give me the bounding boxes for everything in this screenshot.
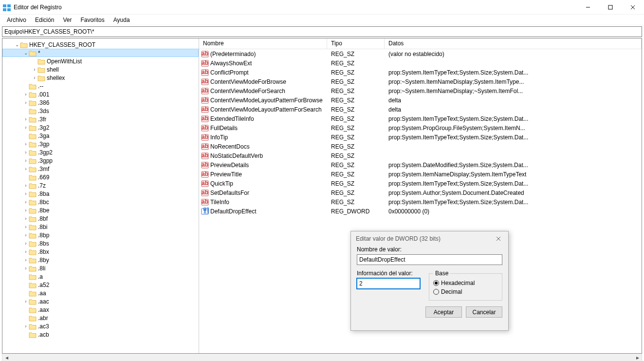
value-row[interactable]: ContentViewModeForBrowseREG_SZprop:~Syst… [199, 77, 642, 86]
expander-icon[interactable]: › [23, 224, 29, 229]
expander-icon[interactable]: › [23, 216, 29, 221]
tree-item[interactable]: .-- [2, 82, 199, 90]
maximize-button[interactable] [599, 0, 622, 15]
tree-item[interactable]: ›.ac3 [2, 322, 199, 330]
expander-icon[interactable]: › [23, 299, 29, 304]
value-row[interactable]: PreviewTitleREG_SZprop:System.ItemNameDi… [199, 170, 642, 179]
cancel-button[interactable]: Cancelar [466, 306, 502, 318]
expander-icon[interactable]: › [23, 166, 29, 171]
tree-item[interactable]: .3ga [2, 132, 199, 140]
radio-hexadecimal[interactable]: Hexadecimal [433, 279, 498, 287]
value-row[interactable]: ContentViewModeLayoutPatternForBrowseREG… [199, 95, 642, 105]
tree-item[interactable]: ⌄* [2, 49, 199, 57]
tree-item[interactable]: .acb [2, 330, 199, 339]
expander-icon[interactable]: › [23, 183, 29, 188]
expander-icon[interactable]: › [23, 116, 29, 122]
tree-item[interactable]: ›.8ba [2, 190, 199, 198]
column-header-type[interactable]: Tipo [327, 38, 385, 49]
tree-item[interactable]: .aa [2, 289, 199, 297]
value-name-input[interactable] [357, 254, 502, 265]
dialog-titlebar[interactable]: Editar valor de DWORD (32 bits) [351, 231, 508, 246]
address-bar[interactable]: Equipo\HKEY_CLASSES_ROOT\* [2, 26, 642, 37]
expander-icon[interactable]: › [23, 191, 29, 196]
value-row[interactable]: AlwaysShowExtREG_SZ [199, 58, 642, 68]
value-row[interactable]: QuickTipREG_SZprop:System.ItemTypeText;S… [199, 179, 642, 188]
close-button[interactable] [622, 0, 644, 15]
value-row[interactable]: PreviewDetailsREG_SZprop:System.DateModi… [199, 160, 642, 170]
menu-edicion[interactable]: Edición [31, 16, 58, 24]
tree-item[interactable]: ›shellex [2, 74, 199, 82]
tree-item[interactable]: .a52 [2, 281, 199, 289]
radio-decimal[interactable]: Decimal [433, 287, 498, 296]
horizontal-scrollbar[interactable]: ◂ ▸ [2, 354, 642, 361]
tree-item[interactable]: .abr [2, 314, 199, 322]
value-row[interactable]: DefaultDropEffectREG_DWORD0x00000000 (0) [199, 207, 642, 216]
column-header-name[interactable]: Nombre [199, 38, 327, 49]
tree-item[interactable]: .aax [2, 305, 199, 314]
tree-item[interactable]: ›.3gp2 [2, 148, 199, 156]
tree-item[interactable]: ›.8bc [2, 198, 199, 206]
expander-icon[interactable]: › [23, 323, 29, 329]
tree-item[interactable]: ⌄HKEY_CLASSES_ROOT [2, 40, 199, 49]
expander-icon[interactable]: › [23, 241, 29, 246]
menu-ayuda[interactable]: Ayuda [110, 16, 134, 24]
expander-icon[interactable]: › [23, 232, 29, 238]
expander-icon[interactable]: › [32, 75, 37, 80]
tree-item[interactable]: ›.3fr [2, 115, 199, 123]
tree-item[interactable]: ›.8bx [2, 247, 199, 256]
tree-item[interactable]: .3ds [2, 107, 199, 115]
tree-pane[interactable]: ⌄HKEY_CLASSES_ROOT⌄*OpenWithList›shell›s… [2, 38, 199, 353]
value-row[interactable]: ContentViewModeLayoutPatternForSearchREG… [199, 105, 642, 114]
tree-item[interactable]: ›.8bi [2, 223, 199, 231]
expander-icon[interactable]: › [32, 67, 37, 72]
tree-item[interactable]: ›.3g2 [2, 123, 199, 132]
tree-item[interactable]: ›.8bf [2, 214, 199, 223]
expander-icon[interactable]: › [23, 150, 29, 155]
menu-ver[interactable]: Ver [59, 16, 75, 24]
tree-item[interactable]: ›.3gpp [2, 156, 199, 165]
tree-item[interactable]: ›.001 [2, 90, 199, 98]
expander-icon[interactable]: › [23, 208, 29, 213]
scroll-left-icon[interactable]: ◂ [2, 354, 11, 361]
expander-icon[interactable]: › [23, 257, 29, 263]
menu-favoritos[interactable]: Favoritos [76, 16, 108, 24]
tree-item[interactable]: ›.8by [2, 256, 199, 264]
tree-item[interactable]: ›.7z [2, 181, 199, 190]
value-row[interactable]: ContentViewModeForSearchREG_SZprop:~Syst… [199, 86, 642, 95]
expander-icon[interactable]: › [23, 266, 29, 271]
value-row[interactable]: SetDefaultsForREG_SZprop:System.Author;S… [199, 188, 642, 197]
tree-item[interactable]: ›.aac [2, 297, 199, 305]
tree-item[interactable]: ›shell [2, 65, 199, 74]
menu-archivo[interactable]: Archivo [3, 16, 30, 24]
expander-icon[interactable]: ⌄ [23, 50, 29, 56]
value-row[interactable]: ConflictPromptREG_SZprop:System.ItemType… [199, 68, 642, 77]
expander-icon[interactable]: › [23, 199, 29, 205]
expander-icon[interactable]: ⌄ [14, 42, 20, 47]
value-row[interactable]: FullDetailsREG_SZprop:System.PropGroup.F… [199, 123, 642, 133]
tree-item[interactable]: .669 [2, 173, 199, 181]
expander-icon[interactable]: › [23, 158, 29, 163]
value-row[interactable]: (Predeterminado)REG_SZ(valor no establec… [199, 49, 642, 58]
expander-icon[interactable]: › [23, 249, 29, 254]
expander-icon[interactable]: › [23, 92, 29, 97]
expander-icon[interactable]: › [23, 100, 29, 105]
expander-icon[interactable]: › [23, 125, 29, 130]
dialog-close-button[interactable] [489, 231, 508, 246]
expander-icon[interactable]: › [23, 141, 29, 147]
tree-item[interactable]: OpenWithList [2, 57, 199, 65]
value-row[interactable]: NoRecentDocsREG_SZ [199, 142, 642, 151]
tree-item[interactable]: ›.8bp [2, 231, 199, 239]
tree-item[interactable]: ›.8be [2, 206, 199, 214]
ok-button[interactable]: Aceptar [425, 306, 462, 318]
tree-item[interactable]: .a [2, 272, 199, 281]
value-row[interactable]: ExtendedTileInfoREG_SZprop:System.ItemTy… [199, 114, 642, 123]
tree-item[interactable]: ›.386 [2, 98, 199, 107]
value-data-input[interactable] [357, 278, 420, 289]
minimize-button[interactable] [577, 0, 599, 15]
scroll-right-icon[interactable]: ▸ [633, 354, 642, 361]
value-row[interactable]: InfoTipREG_SZprop:System.ItemTypeText;Sy… [199, 133, 642, 142]
tree-item[interactable]: ›.8bs [2, 239, 199, 247]
tree-item[interactable]: ›.8li [2, 264, 199, 272]
column-header-data[interactable]: Datos [385, 38, 642, 49]
value-row[interactable]: TileInfoREG_SZprop:System.ItemTypeText;S… [199, 197, 642, 207]
